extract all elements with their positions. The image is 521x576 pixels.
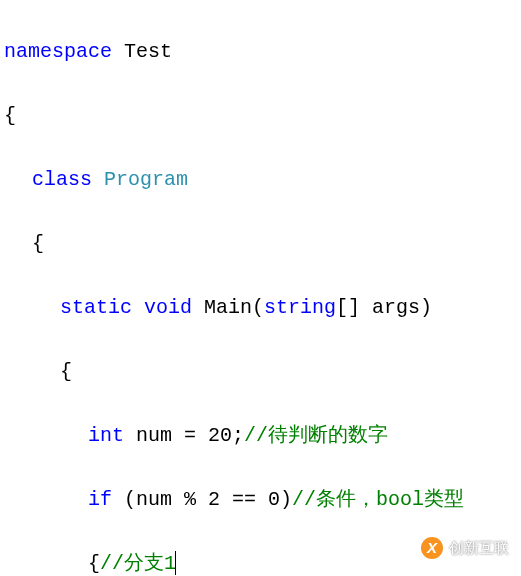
keyword: namespace [4, 40, 112, 63]
keyword: class [32, 168, 92, 191]
watermark-text: 创新互联 [449, 536, 509, 560]
comment: //分支1 [100, 552, 176, 575]
code-text: (num % 2 == 0) [112, 488, 292, 511]
watermark: X 创新互联 [421, 536, 509, 560]
brace: { [88, 552, 100, 575]
identifier: Main( [192, 296, 264, 319]
keyword: int [88, 424, 124, 447]
identifier: Test [112, 40, 172, 63]
code-line: { [4, 228, 517, 260]
text-cursor [175, 551, 176, 575]
type-name: Program [92, 168, 188, 191]
watermark-icon: X [421, 537, 443, 559]
comment: //待判断的数字 [244, 424, 388, 447]
code-line: namespace Test [4, 36, 517, 68]
code-block: namespace Test { class Program { static … [4, 4, 517, 576]
code-line: int num = 20;//待判断的数字 [4, 420, 517, 452]
code-line: if (num % 2 == 0)//条件，bool类型 [4, 484, 517, 516]
code-line: { [4, 356, 517, 388]
comment: //条件，bool类型 [292, 488, 464, 511]
keyword: string [264, 296, 336, 319]
code-text: [] args) [336, 296, 432, 319]
code-text: num = 20; [124, 424, 244, 447]
code-line: static void Main(string[] args) [4, 292, 517, 324]
code-line: class Program [4, 164, 517, 196]
keyword: if [88, 488, 112, 511]
keyword: void [132, 296, 192, 319]
code-line: { [4, 100, 517, 132]
keyword: static [60, 296, 132, 319]
